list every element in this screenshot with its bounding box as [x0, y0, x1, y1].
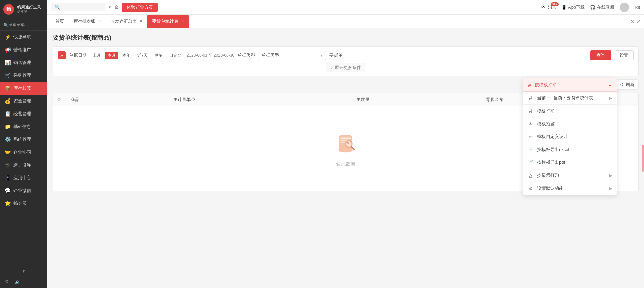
search-icon: 🔍 [3, 23, 8, 27]
display-print-icon: 🖨 [528, 173, 534, 178]
topbar-search-icon: 🔍 [55, 5, 60, 10]
sidebar-item-purchase[interactable]: 🛒 采购管理 [0, 69, 47, 82]
sidebar-scroll-down[interactable]: ▼ [0, 267, 47, 275]
filter-row-1: » 单据日期 上月 本月 本年 近7天 更多 自定义 2023-06-01 至 … [58, 50, 634, 60]
message-icon: ✉ [541, 4, 545, 9]
topbar-search-input[interactable] [62, 5, 96, 10]
col-product: 商品 [66, 93, 169, 106]
topbar-right: ✉ 99+ 消息 📱 App下载 🎧 在线客服 Rit [541, 3, 640, 12]
trial-button[interactable]: 体验行业方案 [122, 3, 158, 12]
topbar-gear-icon[interactable]: ⚙ [114, 4, 119, 10]
tab-close-all-icon[interactable]: ✕ [630, 18, 634, 25]
col-quantity: 主数量 [352, 93, 482, 106]
newguide-icon: 🎓 [5, 162, 11, 168]
sidebar-search[interactable]: 🔍 搜索菜单 [0, 19, 47, 31]
date-tab-7days[interactable]: 近7天 [135, 52, 150, 59]
display-print-label: 按显示打印 [537, 172, 559, 179]
tab-receipt-summary-close[interactable]: ✕ [140, 19, 143, 23]
query-button[interactable]: 查询 [590, 50, 611, 60]
export-excel-icon: 📄 [528, 147, 534, 152]
sidebar-item-system[interactable]: ⚙️ 系统管理 [0, 133, 47, 146]
tabs-right-controls: ✕ ⤢ [630, 15, 641, 28]
sidebar-item-corpwechat[interactable]: 💬 企业微信 [0, 184, 47, 197]
tab-batch-account-close[interactable]: ✕ [98, 19, 101, 23]
sidebar-item-basic[interactable]: 📁 基础信息 [0, 120, 47, 133]
date-tab-current-month[interactable]: 本月 [105, 52, 118, 59]
home-label: 首页 [55, 18, 64, 24]
sidebar-item-sales[interactable]: 📊 销售管理 [0, 56, 47, 69]
online-service-btn[interactable]: 🎧 在线客服 [590, 4, 614, 10]
sidebar: 畅 畅康通好生意 标准版 🔍 搜索菜单 ⚡ 快捷导航 📢 营销推广 📊 销售管理… [0, 0, 47, 288]
type-select[interactable]: 单据类型 ▼ [259, 51, 326, 60]
export-pdf-icon: 📄 [528, 160, 534, 165]
settings-button[interactable]: 设置 [615, 50, 634, 60]
user-avatar[interactable] [620, 3, 629, 12]
type-label: 单据类型 [238, 52, 255, 58]
sidebar-nav: ⚡ 快捷导航 📢 营销推广 📊 销售管理 🛒 采购管理 📦 库存核算 💰 资金管… [0, 31, 47, 267]
topbar: 🔍 ▾ ⚙ 体验行业方案 ✉ 99+ 消息 📱 App下载 🎧 在线客服 Rit [47, 0, 644, 15]
app-download-btn[interactable]: 📱 App下载 [561, 4, 585, 10]
empty-text: 暂无数据 [336, 161, 355, 167]
scrollbar[interactable] [642, 145, 644, 172]
date-tab-prev-month[interactable]: 上月 [90, 52, 104, 59]
dropdown-current-item[interactable]: 🖨 当前： 当前：要货单统计表 ▶ [523, 92, 617, 104]
print-dropdown-menu: 🖨 按模板打印 ▲ 🖨 当前： 当前：要货单统计表 ▶ 🖨 模板打印 👁 [523, 78, 617, 195]
tab-home[interactable]: 首页 [51, 15, 69, 28]
set-default-arrow: ▶ [609, 186, 612, 191]
sidebar-item-marketing[interactable]: 📢 营销推广 [0, 43, 47, 56]
message-badge: 99+ [551, 2, 559, 6]
message-icon-wrap[interactable]: ✉ 99+ 消息 [541, 4, 556, 10]
date-tab-custom[interactable]: 自定义 [167, 52, 184, 59]
dropdown-export-excel[interactable]: 📄 按模板导出excel [523, 143, 617, 156]
topbar-search-box[interactable]: 🔍 [51, 3, 105, 11]
type-select-value: 单据类型 [262, 52, 279, 58]
audio-footer-icon[interactable]: 🔈 [14, 279, 21, 285]
dropdown-export-pdf[interactable]: 📄 按模板导出pdf [523, 156, 617, 169]
main-area: 🔍 ▾ ⚙ 体验行业方案 ✉ 99+ 消息 📱 App下载 🎧 在线客服 Rit [47, 0, 644, 288]
sidebar-item-finance[interactable]: 💰 资金管理 [0, 95, 47, 107]
dropdown-display-print[interactable]: 🖨 按显示打印 ▶ [523, 169, 617, 182]
sidebar-item-newguide[interactable]: 🎓 新手引导 [0, 159, 47, 171]
download-icon: 📱 [561, 5, 567, 10]
tab-batch-account[interactable]: 库存批次账 ✕ [69, 15, 106, 28]
sidebar-item-quicknav[interactable]: ⚡ 快捷导航 [0, 31, 47, 43]
tab-order-stats[interactable]: 要货单统计表 ✕ [147, 15, 189, 28]
dropdown-template-design[interactable]: ✏ 模板自定义设计 [523, 130, 617, 143]
sales-icon: 📊 [5, 60, 11, 66]
dropdown-template-print[interactable]: 🖨 模板打印 [523, 105, 617, 118]
tab-expand-icon[interactable]: ⤢ [636, 18, 641, 25]
current-item-icon: 🖨 [528, 95, 534, 101]
template-design-label: 模板自定义设计 [537, 134, 568, 140]
finance-icon: 💰 [5, 98, 11, 104]
topbar-search-dropdown[interactable]: ▾ [109, 5, 111, 10]
refresh-button[interactable]: ↺ 刷新 [616, 79, 639, 90]
tab-receipt-summary[interactable]: 收发存汇总表 ✕ [106, 15, 147, 28]
basic-icon: 📁 [5, 124, 11, 130]
filter-bar: » 单据日期 上月 本月 本年 近7天 更多 自定义 2023-06-01 至 … [53, 46, 639, 76]
set-default-label: 设置默认功能 [537, 185, 563, 191]
print-dropdown-header: 🖨 按模板打印 ▲ [523, 78, 617, 92]
dropdown-collapse-icon[interactable]: ▲ [608, 83, 612, 87]
sidebar-item-corp[interactable]: 🤝 企业协同 [0, 146, 47, 159]
template-preview-icon: 👁 [528, 121, 534, 127]
username-label[interactable]: Rit [635, 5, 640, 10]
sidebar-item-inventory[interactable]: 📦 库存核算 [0, 82, 47, 95]
logo-icon: 畅 [3, 4, 14, 15]
empty-state-icon [332, 130, 359, 157]
sidebar-item-appcenter[interactable]: 📱 应用中心 [0, 171, 47, 184]
dropdown-template-preview[interactable]: 👁 模板预览 [523, 118, 617, 130]
sidebar-item-member[interactable]: ⭐ 畅会员 [0, 197, 47, 210]
current-item-value: 当前：要货单统计表 [554, 95, 593, 101]
sidebar-item-operation[interactable]: 📋 经营管理 [0, 107, 47, 120]
export-excel-label: 按模板导出excel [537, 147, 569, 153]
date-tab-current-year[interactable]: 本年 [120, 52, 133, 59]
page-title: 要货单统计表(按商品) [53, 34, 639, 42]
filter-toggle-button[interactable]: » [58, 51, 66, 59]
tabs-bar: 首页 库存批次账 ✕ 收发存汇总表 ✕ 要货单统计表 ✕ ✕ ⤢ [47, 15, 644, 28]
settings-footer-icon[interactable]: ⚙ [5, 279, 9, 285]
tab-order-stats-close[interactable]: ✕ [181, 19, 184, 23]
dropdown-set-default[interactable]: ⚙ 设置默认功能 ▶ [523, 182, 617, 195]
date-tab-more[interactable]: 更多 [152, 52, 165, 59]
table-settings-icon[interactable]: ⚙ [57, 97, 61, 102]
expand-more-btn[interactable]: ∨ 展开更多条件 [326, 63, 365, 72]
